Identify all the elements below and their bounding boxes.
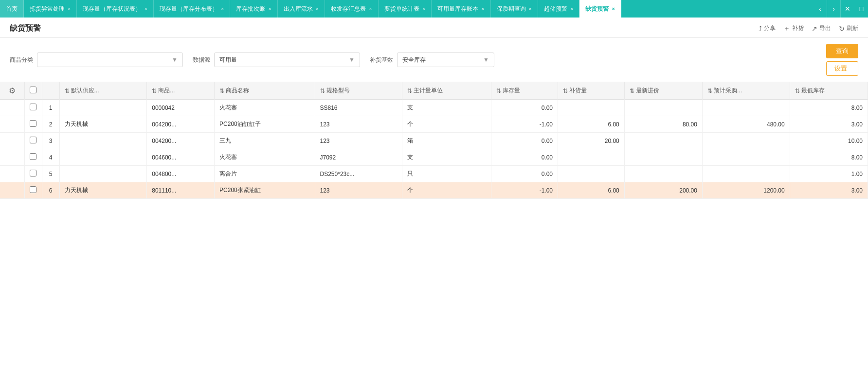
share-label: 分享 xyxy=(764,24,776,33)
cell-unit: 个 xyxy=(402,116,491,133)
tab-close-btn[interactable]: × xyxy=(529,6,532,12)
th-spec[interactable]: ⇅ 规格型号 xyxy=(315,82,402,100)
tab-abnormal[interactable]: 拣货异常处理× xyxy=(24,0,77,18)
row-checkbox[interactable] xyxy=(30,120,36,127)
category-select[interactable]: ▼ xyxy=(37,53,183,67)
replenish-base-select[interactable]: 安全库存 ▼ xyxy=(397,53,494,67)
row-checkbox[interactable] xyxy=(30,137,36,143)
tab-close-btn[interactable]: × xyxy=(422,6,425,12)
th-default-supplier[interactable]: ⇅ 默认供应... xyxy=(59,82,147,100)
refresh-action[interactable]: ↻ 刷新 xyxy=(839,24,858,33)
tab-stock-dist[interactable]: 现存量（库存分布表）× xyxy=(154,0,230,18)
sort-default-supplier[interactable]: ⇅ 默认供应... xyxy=(65,87,99,95)
th-settings[interactable]: ⚙ xyxy=(0,82,24,100)
th-unit[interactable]: ⇅ 主计量单位 xyxy=(402,82,491,100)
export-action[interactable]: ↗ 导出 xyxy=(812,24,831,33)
cell-est-purchase xyxy=(702,166,790,182)
cell-est-purchase: 1200.00 xyxy=(702,182,790,199)
replenish-label: 补货 xyxy=(792,24,804,33)
select-all-checkbox[interactable] xyxy=(30,87,36,93)
tab-close-btn[interactable]: × xyxy=(570,6,573,12)
tab-next-btn[interactable]: › xyxy=(827,0,841,18)
tab-available-ledger[interactable]: 可用量库存账本× xyxy=(432,0,490,18)
cell-replenish-qty: 6.00 xyxy=(558,116,625,133)
row-checkbox[interactable] xyxy=(30,170,36,176)
sort-goods-name[interactable]: ⇅ 商品名称 xyxy=(219,87,249,95)
sort-unit[interactable]: ⇅ 主计量单位 xyxy=(407,87,443,95)
tab-label: 库存批次账 xyxy=(236,5,265,13)
row-checkbox[interactable] xyxy=(30,104,36,110)
tab-batch-account[interactable]: 库存批次账× xyxy=(230,0,277,18)
settings-gear-icon[interactable]: ⚙ xyxy=(9,87,16,95)
tab-close-btn[interactable]: × xyxy=(612,6,615,12)
table-body: 1 0000042 火花塞 SS816 支 0.00 8.00 2 力天机械 0… xyxy=(0,100,868,199)
table-row: 1 0000042 火花塞 SS816 支 0.00 8.00 xyxy=(0,100,868,116)
tab-label: 可用量库存账本 xyxy=(437,5,478,13)
th-est-purchase[interactable]: ⇅ 预计采购... xyxy=(702,82,790,100)
tab-bar: 首页拣货异常处理×现存量（库存状况表）×现存量（库存分布表）×库存批次账×出入库… xyxy=(0,0,868,18)
tab-maximize-btn[interactable]: □ xyxy=(854,0,868,18)
sort-replenish-qty[interactable]: ⇅ 补货量 xyxy=(563,87,587,95)
tab-stock-status[interactable]: 现存量（库存状况表）× xyxy=(77,0,153,18)
tab-inout-flow[interactable]: 出入库流水× xyxy=(278,0,325,18)
tab-close-btn[interactable]: × xyxy=(481,6,484,12)
sort-latest-price[interactable]: ⇅ 最新进价 xyxy=(630,87,659,95)
page-title: 缺货预警 xyxy=(10,23,41,34)
tab-close-btn[interactable]: × xyxy=(316,6,319,12)
cell-settings xyxy=(0,100,24,116)
th-replenish-qty[interactable]: ⇅ 补货量 xyxy=(558,82,625,100)
tab-collect-pay[interactable]: 收发存汇总表× xyxy=(325,0,378,18)
tab-prev-btn[interactable]: ‹ xyxy=(814,0,827,18)
sort-goods-code[interactable]: ⇅ 商品... xyxy=(152,87,175,95)
category-filter-group: 商品分类 ▼ xyxy=(10,53,183,67)
cell-goods-code: 004200... xyxy=(147,116,215,133)
category-arrow-icon: ▼ xyxy=(172,56,178,63)
tab-close-btn[interactable]: × xyxy=(221,6,224,12)
th-min-stock[interactable]: ⇅ 最低库存 xyxy=(790,82,868,100)
share-action[interactable]: ⤴ 分享 xyxy=(759,24,776,33)
cell-supplier xyxy=(59,166,147,182)
cell-stock-qty: 0.00 xyxy=(491,166,558,182)
tab-close-btn[interactable]: × xyxy=(68,6,71,12)
tab-overstock[interactable]: 超储预警× xyxy=(538,0,579,18)
tab-close-all-btn[interactable]: ✕ xyxy=(841,0,854,18)
th-latest-price[interactable]: ⇅ 最新进价 xyxy=(624,82,702,100)
row-checkbox[interactable] xyxy=(30,186,36,193)
tab-home[interactable]: 首页 xyxy=(0,0,24,18)
tab-label: 要货单统计表 xyxy=(384,5,419,13)
sort-spec[interactable]: ⇅ 规格型号 xyxy=(320,87,350,95)
datasource-select[interactable]: 可用量 ▼ xyxy=(214,53,360,67)
page-header: 缺货预警 ⤴ 分享 ＋ 补货 ↗ 导出 ↻ 刷新 xyxy=(0,18,868,38)
cell-replenish-qty xyxy=(558,149,625,166)
cell-supplier: 力天机械 xyxy=(59,182,147,199)
table-row: 4 004600... 火花塞 J7092 支 0.00 8.00 xyxy=(0,149,868,166)
row-checkbox[interactable] xyxy=(30,153,36,160)
tab-demand-stats[interactable]: 要货单统计表× xyxy=(379,0,432,18)
cell-min-stock: 8.00 xyxy=(790,100,868,116)
query-button[interactable]: 查询 xyxy=(826,44,858,58)
replenish-action[interactable]: ＋ 补货 xyxy=(783,24,804,33)
cell-settings xyxy=(0,133,24,149)
cell-replenish-qty xyxy=(558,100,625,116)
tab-close-btn[interactable]: × xyxy=(268,6,271,12)
cell-latest-price: 200.00 xyxy=(624,182,702,199)
th-goods-code[interactable]: ⇅ 商品... xyxy=(147,82,215,100)
tab-close-btn[interactable]: × xyxy=(144,6,147,12)
datasource-filter-group: 数据源 可用量 ▼ xyxy=(193,53,360,67)
settings-button[interactable]: 设置 xyxy=(826,61,858,76)
cell-min-stock: 3.00 xyxy=(790,182,868,199)
sort-est-purchase[interactable]: ⇅ 预计采购... xyxy=(707,87,742,95)
tab-shortage[interactable]: 缺货预警× xyxy=(579,0,621,18)
tab-label: 现存量（库存分布表） xyxy=(160,5,218,13)
sort-stock-qty[interactable]: ⇅ 库存量 xyxy=(496,87,520,95)
datasource-arrow-icon: ▼ xyxy=(349,56,355,63)
sort-min-stock[interactable]: ⇅ 最低库存 xyxy=(795,87,825,95)
tab-close-btn[interactable]: × xyxy=(369,6,372,12)
th-stock-qty[interactable]: ⇅ 库存量 xyxy=(491,82,558,100)
cell-stock-qty: 0.00 xyxy=(491,100,558,116)
replenish-base-arrow-icon: ▼ xyxy=(483,56,489,63)
th-goods-name[interactable]: ⇅ 商品名称 xyxy=(215,82,315,100)
tab-expiry-query[interactable]: 保质期查询× xyxy=(491,0,538,18)
cell-unit: 支 xyxy=(402,100,491,116)
cell-latest-price: 80.00 xyxy=(624,116,702,133)
